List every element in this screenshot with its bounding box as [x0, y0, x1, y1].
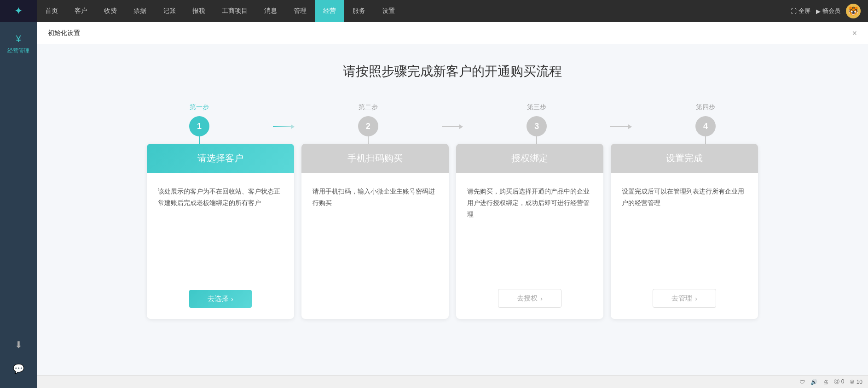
- step-3-circle-area: 3: [527, 116, 547, 144]
- card-3-title: 授权绑定: [511, 153, 548, 163]
- go-authorize-arrow: ›: [540, 294, 543, 302]
- card-1-body: 该处展示的客户为不在回收站、客户状态正常建账后完成老板端绑定的所有客户: [147, 173, 294, 282]
- step-card-3: 授权绑定 请先购买，购买后选择开通的产品中的企业用户进行授权绑定，成功后即可进行…: [456, 144, 603, 319]
- page-header: 初始化设置 ×: [37, 22, 868, 44]
- card-2-title: 手机扫码购买: [347, 153, 403, 163]
- card-2-text: 请用手机扫码，输入小微企业主账号密码进行购买: [312, 188, 435, 206]
- close-button[interactable]: ×: [852, 29, 857, 37]
- card-3-text: 请先购买，购买后选择开通的产品中的企业用户进行授权绑定，成功后即可进行经营管理: [467, 188, 590, 218]
- logo-area: ✦: [0, 0, 37, 22]
- step-1-circle: 1: [189, 116, 209, 136]
- arrow-line-1: [273, 126, 291, 127]
- status-bar: ▶ 完成 🛡 🔊 🖨 ⓪ 0 ⑩ 10: [0, 375, 868, 388]
- vip-icon: ▶: [816, 8, 821, 15]
- step-2-circle: 2: [358, 116, 378, 136]
- arrow-head-3: [628, 124, 632, 129]
- fullscreen-btn[interactable]: ⛶ 全屏: [791, 7, 810, 15]
- step-2-circle-area: 2: [358, 116, 378, 144]
- print-icon: 🖨: [823, 379, 828, 385]
- card-3-header: 授权绑定: [456, 144, 603, 173]
- go-select-arrow: ›: [231, 295, 233, 303]
- arrow-line-3: [610, 126, 628, 127]
- nav-accounting[interactable]: 记账: [155, 0, 184, 22]
- arrow-1: [273, 112, 295, 135]
- nav-settings[interactable]: 设置: [374, 0, 403, 22]
- nav-service[interactable]: 服务: [344, 0, 374, 22]
- go-manage-label: 去管理: [671, 294, 692, 303]
- volume-icon: 🔊: [810, 379, 817, 385]
- arrow-line-2: [442, 126, 460, 127]
- support-icon: 💬: [13, 363, 24, 374]
- card-2-body: 请用手机扫码，输入小微企业主账号密码进行购买: [301, 173, 449, 300]
- step-3-circle: 3: [527, 116, 547, 136]
- card-4-title: 设置完成: [666, 153, 703, 163]
- nav-customer[interactable]: 客户: [66, 0, 96, 22]
- go-manage-arrow: ›: [695, 294, 697, 302]
- main-content: 初始化设置 × 请按照步骤完成新客户的开通购买流程 第一步 1: [37, 22, 868, 375]
- go-authorize-button[interactable]: 去授权 ›: [498, 289, 561, 308]
- nav-manage[interactable]: 管理: [285, 0, 315, 22]
- card-4-text: 设置完成后可以在管理列表进行所有企业用户的经营管理: [622, 188, 744, 206]
- fullscreen-label: 全屏: [799, 7, 810, 15]
- step-4-circle-area: 4: [695, 116, 716, 144]
- nav-items: 首页 客户 收费 票据 记账 报税 工商项目 消息 管理 经营 服务 设置: [37, 0, 791, 22]
- sidebar-download[interactable]: ⬇: [0, 335, 37, 355]
- notification-count-0: ⓪ 0: [834, 378, 844, 386]
- step-2-indicator: 第二步 2: [295, 103, 442, 144]
- nav-message[interactable]: 消息: [256, 0, 285, 22]
- card-4-body: 设置完成后可以在管理列表进行所有企业用户的经营管理: [611, 173, 758, 282]
- avatar[interactable]: 🐯: [846, 4, 861, 18]
- card-1-title: 请选择客户: [197, 153, 243, 163]
- step-card-4: 设置完成 设置完成后可以在管理列表进行所有企业用户的经营管理 去管理 ›: [611, 144, 758, 319]
- step-3-pin: [536, 136, 537, 144]
- vip-btn[interactable]: ▶ 畅会员: [816, 7, 840, 15]
- step-1-pin: [199, 136, 200, 144]
- card-2-header: 手机扫码购买: [301, 144, 449, 173]
- card-4-footer: 去管理 ›: [611, 282, 758, 319]
- sidebar: ¥ 经营管理 ⬇ 💬: [0, 22, 37, 388]
- step-card-2: 手机扫码购买 请用手机扫码，输入小微企业主账号密码进行购买: [301, 144, 449, 319]
- nav-business[interactable]: 工商项目: [214, 0, 256, 22]
- steps-container: 第一步 1 第二步 2: [107, 103, 798, 144]
- card-3-body: 请先购买，购买后选择开通的产品中的企业用户进行授权绑定，成功后即可进行经营管理: [456, 173, 603, 282]
- step-4-label: 第四步: [696, 103, 715, 112]
- logo-icon: ✦: [14, 5, 23, 17]
- management-icon: ¥: [12, 32, 25, 45]
- card-2-footer: [301, 300, 449, 319]
- nav-fee[interactable]: 收费: [96, 0, 125, 22]
- fullscreen-icon: ⛶: [791, 8, 797, 15]
- vip-label: 畅会员: [822, 7, 840, 15]
- nav-right: ⛶ 全屏 ▶ 畅会员 🐯: [791, 4, 868, 18]
- card-4-header: 设置完成: [611, 144, 758, 173]
- step-2-pin: [368, 136, 369, 144]
- content-area: 请按照步骤完成新客户的开通购买流程 第一步 1: [37, 44, 868, 375]
- page-title: 初始化设置: [48, 29, 80, 37]
- go-authorize-label: 去授权: [517, 294, 538, 303]
- nav-operation[interactable]: 经营: [315, 0, 344, 22]
- card-1-text: 该处展示的客户为不在回收站、客户状态正常建账后完成老板端绑定的所有客户: [158, 188, 280, 206]
- cards-row: 请选择客户 该处展示的客户为不在回收站、客户状态正常建账后完成老板端绑定的所有客…: [107, 144, 798, 319]
- nav-invoice[interactable]: 票据: [125, 0, 155, 22]
- card-1-footer: 去选择 ›: [147, 282, 294, 319]
- arrow-head-1: [291, 124, 295, 129]
- nav-home[interactable]: 首页: [37, 0, 66, 22]
- step-1-indicator: 第一步 1: [126, 103, 273, 144]
- step-4-pin: [705, 136, 706, 144]
- go-select-label: 去选择: [208, 294, 228, 303]
- sidebar-item-management[interactable]: ¥ 经营管理: [0, 27, 37, 60]
- go-manage-button[interactable]: 去管理 ›: [653, 289, 716, 308]
- step-1-circle-area: 1: [189, 116, 209, 144]
- sidebar-support[interactable]: 💬: [0, 359, 37, 379]
- card-1-header: 请选择客户: [147, 144, 294, 173]
- status-right: 🛡 🔊 🖨 ⓪ 0 ⑩ 10: [799, 378, 862, 386]
- step-4-circle: 4: [695, 116, 716, 136]
- shield-icon: 🛡: [799, 379, 805, 385]
- arrow-head-2: [459, 124, 463, 129]
- sidebar-item-label: 经营管理: [7, 47, 29, 55]
- nav-tax[interactable]: 报税: [184, 0, 214, 22]
- go-select-button[interactable]: 去选择 ›: [189, 290, 252, 308]
- card-3-footer: 去授权 ›: [456, 282, 603, 319]
- sidebar-bottom: ⬇ 💬: [0, 335, 37, 388]
- step-1-label: 第一步: [190, 103, 209, 112]
- arrow-2: [442, 112, 463, 135]
